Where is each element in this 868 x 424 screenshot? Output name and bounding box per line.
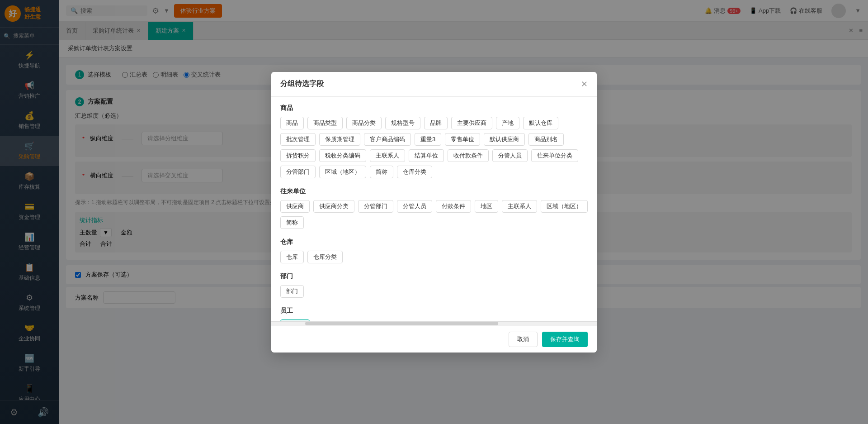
field-tag-product-alias[interactable]: 商品别名: [528, 133, 564, 146]
section-fields-product: 商品商品类型商品分类规格型号品牌主要供应商产地默认仓库批次管理保质期管理客户商品…: [280, 117, 588, 178]
field-tag-short-name[interactable]: 简称: [370, 166, 393, 178]
save-button[interactable]: 保存并查询: [542, 332, 588, 347]
section-fields-department: 部门: [280, 285, 588, 298]
field-tag-brand[interactable]: 品牌: [424, 117, 448, 129]
cancel-button[interactable]: 取消: [509, 332, 538, 347]
field-tag-source-unit-cat[interactable]: 往来单位分类: [531, 149, 578, 162]
field-tag-dept[interactable]: 部门: [280, 285, 304, 298]
field-tag-retail-unit[interactable]: 零售单位: [445, 133, 480, 146]
field-tag-warehouse-cat[interactable]: 仓库分类: [397, 166, 432, 178]
field-tag-area[interactable]: 地区: [475, 200, 498, 213]
field-tag-origin[interactable]: 产地: [496, 117, 519, 129]
section-product: 商品商品商品类型商品分类规格型号品牌主要供应商产地默认仓库批次管理保质期管理客户…: [280, 104, 588, 178]
field-tag-product-category[interactable]: 商品分类: [346, 117, 382, 129]
field-tag-supervisor[interactable]: 分管人员: [492, 149, 528, 162]
modal-hscroll-thumb: [305, 322, 498, 325]
field-tag-main-supplier[interactable]: 主要供应商: [451, 117, 492, 129]
field-tag-customer-code[interactable]: 客户商品编码: [364, 133, 411, 146]
section-fields-partner: 供应商供应商分类分管部门分管人员付款条件地区主联系人区域（地区）简称: [280, 200, 588, 229]
section-partner: 往来单位供应商供应商分类分管部门分管人员付款条件地区主联系人区域（地区）简称: [280, 187, 588, 229]
field-tag-manage-person[interactable]: 分管人员: [397, 200, 432, 213]
modal-body: 商品商品商品类型商品分类规格型号品牌主要供应商产地默认仓库批次管理保质期管理客户…: [271, 97, 597, 321]
field-tag-default-warehouse[interactable]: 默认仓库: [523, 117, 558, 129]
field-tag-product-type[interactable]: 商品类型: [307, 117, 343, 129]
modal-footer: 取消 保存并查询: [271, 326, 597, 353]
field-tag-supplier[interactable]: 供应商: [280, 200, 310, 213]
field-tag-product[interactable]: 商品: [280, 117, 304, 129]
modal-horizontal-scrollbar[interactable]: [271, 321, 597, 326]
modal-title: 分组待选字段: [280, 79, 324, 89]
field-tag-main-contact[interactable]: 主联系人: [370, 149, 405, 162]
field-tag-supplier-cat[interactable]: 供应商分类: [313, 200, 354, 213]
modal-header: 分组待选字段 ✕: [271, 72, 597, 97]
field-tag-default-supplier[interactable]: 默认供应商: [484, 133, 525, 146]
section-title-partner: 往来单位: [280, 187, 588, 195]
field-tag-batch-mgmt[interactable]: 批次管理: [280, 133, 316, 146]
field-select-modal: 分组待选字段 ✕ 商品商品商品类型商品分类规格型号品牌主要供应商产地默认仓库批次…: [271, 72, 597, 353]
field-tag-payment-cond[interactable]: 付款条件: [436, 200, 471, 213]
field-tag-manage-dept[interactable]: 分管部门: [358, 200, 393, 213]
section-fields-warehouse: 仓库仓库分类: [280, 251, 588, 263]
field-tag-region2[interactable]: 区域（地区）: [541, 200, 588, 213]
section-title-warehouse: 仓库: [280, 238, 588, 246]
field-tag-region[interactable]: 区域（地区）: [319, 166, 366, 178]
section-employee: 员工业务员: [280, 307, 588, 321]
field-tag-weight3[interactable]: 重量3: [415, 133, 441, 146]
field-tag-warehouse[interactable]: 仓库: [280, 251, 304, 263]
section-warehouse: 仓库仓库仓库分类: [280, 238, 588, 263]
section-department: 部门部门: [280, 272, 588, 298]
modal-overlay: 分组待选字段 ✕ 商品商品商品类型商品分类规格型号品牌主要供应商产地默认仓库批次…: [0, 0, 868, 424]
field-tag-settlement-unit[interactable]: 结算单位: [409, 149, 444, 162]
section-title-department: 部门: [280, 272, 588, 281]
field-tag-quality-mgmt[interactable]: 保质期管理: [319, 133, 360, 146]
field-tag-spec-type[interactable]: 规格型号: [385, 117, 420, 129]
field-tag-short-name2[interactable]: 简称: [280, 216, 304, 229]
modal-close-btn[interactable]: ✕: [581, 79, 588, 89]
field-tag-payment-terms[interactable]: 收付款条件: [448, 149, 489, 162]
section-title-product: 商品: [280, 104, 588, 112]
field-tag-pickup-points[interactable]: 拆货积分: [280, 149, 316, 162]
field-tag-supervise-dept[interactable]: 分管部门: [280, 166, 316, 178]
field-tag-tax-code[interactable]: 税收分类编码: [319, 149, 366, 162]
section-title-employee: 员工: [280, 307, 588, 315]
field-tag-contact[interactable]: 主联系人: [502, 200, 537, 213]
field-tag-warehouse-category[interactable]: 仓库分类: [307, 251, 343, 263]
